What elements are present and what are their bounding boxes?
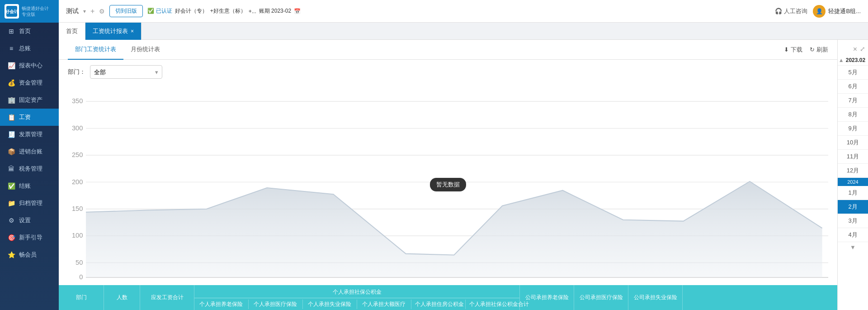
month-label: 7月	[848, 97, 857, 104]
sidebar-item-reports[interactable]: 📈 报表中心	[0, 57, 59, 74]
select-arrow-icon: ▾	[155, 69, 158, 76]
sidebar-item-archive[interactable]: 📁 归档管理	[0, 195, 59, 212]
refresh-icon: ↻	[810, 46, 815, 53]
current-year-label: 2023.02	[846, 57, 865, 63]
th-company-1: 公司承担医疗保险	[574, 285, 628, 310]
tab-home[interactable]: 首页	[59, 23, 85, 40]
date-panel-close-btn[interactable]: ×	[853, 45, 857, 53]
sidebar-item-label: 税务管理	[19, 165, 42, 173]
salary-icon: 📋	[7, 114, 15, 121]
sidebar-item-sales[interactable]: 📦 进销台账	[0, 143, 59, 160]
fund-icon: 💰	[7, 79, 15, 86]
sidebar-item-settings[interactable]: ⚙ 设置	[0, 212, 59, 229]
month-label: 6月	[848, 83, 857, 90]
refresh-label: 刷新	[816, 46, 828, 54]
avatar-img: 👤	[816, 8, 823, 14]
month-2023-8[interactable]: 8月	[838, 108, 868, 122]
main-area: 测试 ▾ + ⚙ 切到旧版 ✅ 已认证 好会计（专） +好生意（标） +... …	[59, 0, 868, 310]
month-2023-6[interactable]: 6月	[838, 80, 868, 94]
assets-icon: 🏢	[7, 96, 15, 104]
chart-area: 350 300 250 200 150 100 50 0	[59, 84, 837, 285]
month-2024-2[interactable]: 2月	[838, 200, 868, 214]
tax-icon: 🏛	[7, 165, 15, 172]
sidebar-item-settle[interactable]: ✅ 结账	[0, 177, 59, 195]
tab-close-icon[interactable]: ×	[131, 28, 134, 34]
svg-text:350: 350	[72, 97, 83, 105]
month-label: 11月	[847, 153, 859, 160]
th-personal-group-label: 个人承担社保公积金	[194, 286, 519, 298]
sub-tab-month[interactable]: 月份统计表	[123, 40, 167, 60]
guide-icon: 🎯	[7, 234, 15, 241]
sidebar-item-ledger[interactable]: ≡ 总账	[0, 40, 59, 57]
svg-text:0: 0	[79, 273, 83, 281]
sales-icon: 📦	[7, 148, 15, 155]
sidebar-item-fund[interactable]: 💰 资金管理	[0, 74, 59, 91]
th-company-2: 公司承担失业保险	[628, 285, 683, 310]
month-2023-11[interactable]: 11月	[838, 150, 868, 164]
month-2023-9[interactable]: 9月	[838, 122, 868, 136]
topbar-plus-icon[interactable]: +	[90, 7, 94, 15]
sidebar-item-assets[interactable]: 🏢 固定资产	[0, 91, 59, 109]
month-label: 2月	[848, 203, 857, 210]
sub-tabs-right: ⬇ 下载 ↻ 刷新	[784, 46, 828, 54]
switch-btn[interactable]: 切到旧版	[109, 5, 143, 17]
status-period: 账期 2023-02	[259, 7, 291, 15]
sub-tab-dept[interactable]: 部门工资统计表	[68, 40, 123, 60]
topbar-right: 🎧 人工咨询 👤 轻捷通B组...	[775, 5, 861, 18]
dept-select[interactable]: 全部	[94, 69, 155, 76]
sub-tabs: 部门工资统计表 月份统计表 ⬇ 下载 ↻ 刷新	[59, 40, 837, 60]
calendar-icon[interactable]: 📅	[294, 8, 301, 14]
download-btn[interactable]: ⬇ 下载	[784, 46, 802, 54]
date-nav-down[interactable]: ▼	[848, 242, 858, 253]
sidebar-item-tax[interactable]: 🏛 税务管理	[0, 160, 59, 177]
date-panel-expand-btn[interactable]: ⤢	[860, 45, 865, 53]
month-2023-5[interactable]: 5月	[838, 66, 868, 80]
chart-container: 350 300 250 200 150 100 50 0	[68, 89, 828, 281]
sidebar-item-label: 总账	[19, 44, 31, 52]
help-btn[interactable]: 🎧 人工咨询	[775, 7, 807, 15]
status-more: +...	[249, 8, 256, 14]
tab-salary-label: 工资统计报表	[93, 27, 128, 35]
svg-text:好会计: 好会计	[5, 9, 18, 14]
th-salary: 应发工资合计	[140, 285, 194, 310]
month-2023-12[interactable]: 12月	[838, 164, 868, 178]
logo-text: 畅捷通好会计 专业版	[22, 5, 49, 17]
month-2023-10[interactable]: 10月	[838, 136, 868, 150]
date-panel: × ⤢ ▲ 2023.02 5月 6月 7月 8月	[837, 40, 868, 310]
sidebar-item-label: 新手引导	[19, 234, 42, 242]
month-2023-7[interactable]: 7月	[838, 94, 868, 108]
current-year-display: ▲ 2023.02	[838, 55, 868, 66]
sidebar-item-salary[interactable]: 📋 工资	[0, 109, 59, 126]
status-good-account: 好会计（专）	[175, 7, 208, 15]
sidebar-item-invoice[interactable]: 🧾 发票管理	[0, 126, 59, 143]
year-2024-badge[interactable]: 2024	[838, 178, 868, 186]
refresh-btn[interactable]: ↻ 刷新	[810, 46, 828, 54]
sidebar-item-label: 报表中心	[19, 62, 42, 70]
svg-text:100: 100	[72, 231, 83, 239]
logo-icon: 好会计	[5, 4, 19, 19]
th-personal-group: 个人承担社保公积金 个人承担养老保险 个人承担医疗保险 个人承担失业保险 个人承…	[194, 285, 520, 310]
month-2024-3[interactable]: 3月	[838, 214, 868, 228]
topbar-gear-icon[interactable]: ⚙	[99, 8, 105, 15]
nav-up-icon[interactable]: ▲	[839, 57, 844, 63]
dept-select-wrapper[interactable]: 全部 ▾	[90, 65, 162, 79]
th-salary-label: 应发工资合计	[151, 294, 184, 301]
month-2024-4[interactable]: 4月	[838, 228, 868, 242]
member-icon: ⭐	[7, 251, 15, 258]
sidebar-item-home[interactable]: ⊞ 首页	[0, 23, 59, 40]
sidebar-item-guide[interactable]: 🎯 新手引导	[0, 229, 59, 246]
table-header: 部门 人数 应发工资合计 个人承担社保公积金 个人承担养老保险 个人承担医疗保险…	[59, 285, 837, 310]
sidebar-item-label: 工资	[19, 113, 31, 121]
tabs-row: 首页 工资统计报表 ×	[59, 23, 868, 40]
sidebar-item-member[interactable]: ⭐ 畅会员	[0, 246, 59, 263]
ledger-icon: ≡	[7, 45, 15, 52]
th-people-label: 人数	[117, 294, 127, 301]
sidebar: 好会计 畅捷通好会计 专业版 ⊞ 首页 ≡ 总账 📈 报表中心 💰 资金管理 🏢…	[0, 0, 59, 310]
tab-salary-report[interactable]: 工资统计报表 ×	[85, 23, 142, 40]
month-label: 8月	[848, 111, 857, 118]
main-panel: 部门工资统计表 月份统计表 ⬇ 下载 ↻ 刷新	[59, 40, 837, 310]
sidebar-item-label: 首页	[19, 27, 31, 35]
user-menu[interactable]: 👤 轻捷通B组...	[813, 5, 861, 18]
filter-label: 部门：	[68, 68, 85, 76]
month-2024-1[interactable]: 1月	[838, 186, 868, 200]
